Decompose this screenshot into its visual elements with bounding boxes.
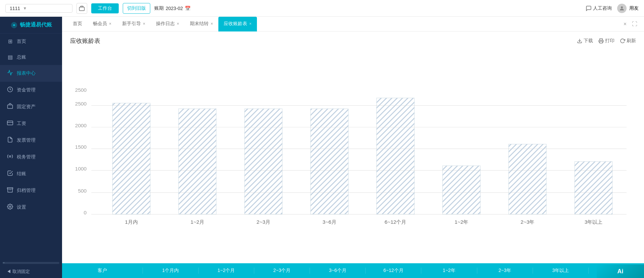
company-selector[interactable]: 1111 ▼ <box>5 4 72 13</box>
tab-aging-label: 应收账龄表 <box>224 21 247 27</box>
sidebar-label-assets: 固定资产 <box>17 104 36 110</box>
svg-text:2500: 2500 <box>75 101 87 107</box>
svg-rect-0 <box>79 7 85 11</box>
tab-guide-close[interactable]: × <box>143 21 145 26</box>
tab-member[interactable]: 畅会员 × <box>88 17 117 31</box>
user-name: 用友 <box>629 5 639 11</box>
archive-icon <box>7 187 13 194</box>
sidebar-item-reports[interactable]: 报表中心 <box>0 65 62 82</box>
chart-container: 0 500 1000 1500 2000 2500 2500 <box>62 49 644 263</box>
ai-badge[interactable]: Ai <box>597 265 644 278</box>
print-label: 打印 <box>605 38 614 44</box>
table-col-3y-plus: 3年以上 <box>533 268 589 274</box>
bar-2-3月 <box>245 109 282 214</box>
tab-aging-close[interactable]: × <box>249 21 252 26</box>
sidebar-label-reports: 报表中心 <box>17 70 36 76</box>
refresh-label: 刷新 <box>627 38 636 44</box>
tab-oplog[interactable]: 操作日志 × <box>151 17 184 31</box>
x-label-1-2月: 1~2月 <box>191 219 204 225</box>
tab-close-all-button[interactable]: × <box>622 20 628 28</box>
table-col-2-3m: 2~3个月 <box>254 268 310 274</box>
sidebar-item-home[interactable]: ⊞ 首页 <box>0 33 62 49</box>
switch-old-button[interactable]: 切到旧版 <box>123 3 150 14</box>
calendar-icon[interactable]: 📅 <box>185 6 191 11</box>
svg-text:2500: 2500 <box>75 87 87 93</box>
table-header: 客户 1个月内 1~2个月 2~3个月 3~6个月 6~12个月 1~2年 2~… <box>62 263 644 278</box>
sidebar-item-funds[interactable]: 资金管理 <box>0 82 62 98</box>
cancel-fixed-button[interactable]: ◀ 取消固定 <box>0 265 62 278</box>
main-layout: 畅捷通易代账 ⊞ 首页 ▤ 总账 报表中心 资金管理 <box>0 17 644 278</box>
sidebar-label-settings: 设置 <box>17 204 26 210</box>
sidebar-item-invoice[interactable]: 发票管理 <box>0 132 62 149</box>
bar-6-12月 <box>377 98 414 214</box>
consult-label: 人工咨询 <box>593 5 612 11</box>
sidebar-item-closing[interactable]: 结账 <box>0 165 62 182</box>
svg-rect-5 <box>7 121 13 125</box>
download-label: 下载 <box>584 38 593 44</box>
content-area: 首页 畅会员 × 新手引导 × 操作日志 × 期末结转 × 应收账龄表 × <box>62 17 644 278</box>
sidebar-label-ledger: 总账 <box>17 54 26 60</box>
bar-1月内 <box>113 103 150 214</box>
ledger-icon: ▤ <box>7 54 13 60</box>
tab-period-end[interactable]: 期末结转 × <box>184 17 218 31</box>
page-content: 应收账龄表 下载 <box>62 31 644 278</box>
tab-oplog-close[interactable]: × <box>177 21 179 26</box>
x-label-3-6月: 3~6月 <box>323 219 336 225</box>
period-label: 账期 <box>154 5 164 11</box>
bar-1-2年 <box>443 166 480 214</box>
x-label-6-12月: 6~12个月 <box>385 219 407 225</box>
tab-period-end-close[interactable]: × <box>211 21 213 26</box>
bar-3-6月 <box>311 109 348 214</box>
sidebar: 畅捷通易代账 ⊞ 首页 ▤ 总账 报表中心 资金管理 <box>0 17 62 278</box>
x-label-1月内: 1月内 <box>125 219 138 225</box>
sidebar-label-tax: 税务管理 <box>17 154 36 160</box>
x-label-1-2年: 1~2年 <box>454 219 468 225</box>
workbench-button[interactable]: 工作台 <box>91 3 119 13</box>
account-period: 账期 2023-02 📅 <box>154 5 191 11</box>
sidebar-logo: 畅捷通易代账 <box>0 17 62 33</box>
sidebar-label-closing: 结账 <box>17 171 26 177</box>
avatar <box>617 4 627 13</box>
consult-button[interactable]: 人工咨询 <box>586 5 612 11</box>
svg-point-7 <box>9 156 11 157</box>
sidebar-item-tax[interactable]: 税务管理 <box>0 149 62 165</box>
x-label-2-3月: 2~3月 <box>257 219 270 225</box>
sidebar-label-invoice: 发票管理 <box>17 137 36 143</box>
tab-expand-button[interactable]: ⛶ <box>631 20 639 28</box>
sidebar-label-payroll: 工资 <box>17 121 26 127</box>
chevron-down-icon: ▼ <box>23 6 27 11</box>
table-col-2-3y: 2~3年 <box>477 268 533 274</box>
header-right: 人工咨询 用友 <box>586 4 639 13</box>
sidebar-item-assets[interactable]: 固定资产 <box>0 98 62 115</box>
sidebar-item-payroll[interactable]: 工资 <box>0 115 62 132</box>
logo-text: 畅捷通易代账 <box>10 21 52 29</box>
bar-3年以上 <box>575 161 612 214</box>
table-col-3-6m: 3~6个月 <box>310 268 366 274</box>
x-label-3年以上: 3年以上 <box>585 219 603 225</box>
archive-button[interactable] <box>76 3 87 14</box>
download-button[interactable]: 下载 <box>577 38 593 44</box>
x-label-2-3年: 2~3年 <box>521 219 534 225</box>
closing-icon <box>7 170 13 178</box>
assets-icon <box>7 103 13 111</box>
ai-label: Ai <box>618 268 624 275</box>
svg-point-1 <box>621 6 623 8</box>
user-info[interactable]: 用友 <box>617 4 639 13</box>
svg-rect-12 <box>600 41 602 43</box>
page-header: 应收账龄表 下载 <box>62 31 644 49</box>
tab-home[interactable]: 首页 <box>67 17 88 31</box>
company-name: 1111 <box>10 6 20 11</box>
tab-aging[interactable]: 应收账龄表 × <box>218 17 257 31</box>
invoice-icon <box>7 137 13 144</box>
home-icon: ⊞ <box>7 38 13 45</box>
refresh-button[interactable]: 刷新 <box>620 38 636 44</box>
top-header: 1111 ▼ 工作台 切到旧版 账期 2023-02 📅 人工咨询 用友 <box>0 0 644 17</box>
tab-guide[interactable]: 新手引导 × <box>117 17 151 31</box>
sidebar-item-settings[interactable]: 设置 <box>0 199 62 216</box>
tab-home-label: 首页 <box>73 21 82 27</box>
period-value: 2023-02 <box>166 6 183 11</box>
print-button[interactable]: 打印 <box>598 38 614 44</box>
sidebar-item-archive[interactable]: 归档管理 <box>0 182 62 199</box>
sidebar-item-ledger[interactable]: ▤ 总账 <box>0 49 62 65</box>
tab-member-close[interactable]: × <box>109 21 111 26</box>
